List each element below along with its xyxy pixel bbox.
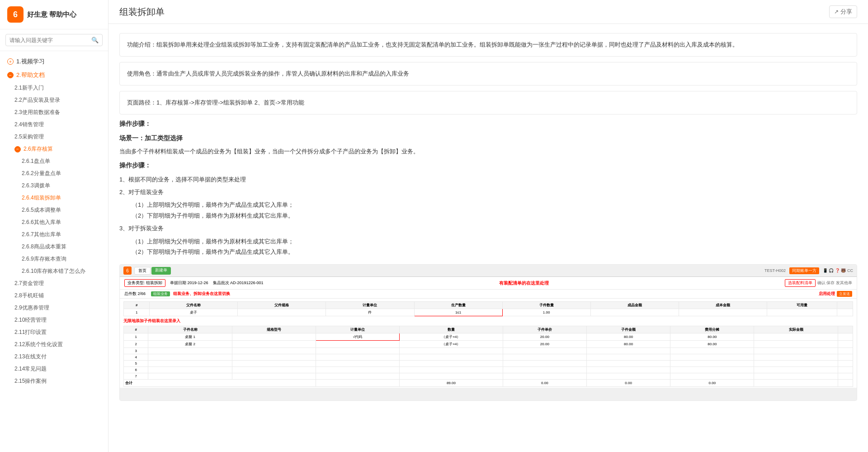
sidebar-item-assembly[interactable]: 2.6.4组装拆卸单 xyxy=(0,192,108,204)
table-row: 4 xyxy=(124,354,853,361)
sidebar-item-prepare[interactable]: 2.3使用前数据准备 xyxy=(0,106,108,119)
mini-col-action-top xyxy=(837,302,853,309)
mini-form-header: 业务类型: 组装拆卸 单据日期 2019-12-26 集品批次 AD-20191… xyxy=(120,277,857,290)
mini-enable-area: 启用处理 立发送 xyxy=(236,291,852,297)
mini-bcol-name: 子件名称 xyxy=(148,326,232,333)
mini-footer-label: 合计 xyxy=(124,380,316,387)
top-bar: 组装拆卸单 ↗ 分享 xyxy=(108,0,868,24)
mini-top-table: # 父件名称 父件规格 计量单位 生产数量 子件数量 成品金额 成本金额 可用量 xyxy=(123,301,853,316)
table-row: 7 xyxy=(124,373,853,380)
scene1-step2: 2、对于组装业务 xyxy=(119,187,857,197)
sidebar-item-inventory[interactable]: − 2.6库存核算 xyxy=(0,143,108,155)
mini-testcode: TEST-H002 xyxy=(764,268,786,273)
mini-tab-home: 首页 xyxy=(134,267,151,275)
share-button[interactable]: ↗ 分享 xyxy=(829,5,857,18)
sidebar-item-cases[interactable]: 2.15操作案例 xyxy=(0,375,108,387)
sidebar-item-print[interactable]: 2.11打印设置 xyxy=(0,326,108,338)
inventory-collapse-icon: − xyxy=(14,146,21,152)
scene1-title: 场景一：加工类型选择 xyxy=(119,134,857,143)
sidebar-item-otherout[interactable]: 2.6.7其他出库单 xyxy=(0,228,108,241)
sidebar-item-stocktake[interactable]: 2.6.1盘点单 xyxy=(0,155,108,167)
scene1-sub2-1: （1）上部明细为父件明细，最终作为产成品生成其它入库单； xyxy=(132,200,857,210)
sidebar-item-install[interactable]: 2.2产品安装及登录 xyxy=(0,94,108,106)
nav-tree: + 1.视频学习 − 2.帮助文档 2.1新手入门 2.2产品安装及登录 2.3… xyxy=(0,51,108,452)
sidebar-item-settings[interactable]: 2.12系统个性化设置 xyxy=(0,338,108,351)
mini-col-child-qty: 子件数量 xyxy=(502,302,590,309)
annot-switch: 组装业务、拆卸业务在这里切换 xyxy=(173,291,230,296)
annot-bottom: 无限地添加子件组装在这里录入 xyxy=(123,318,853,324)
logo-text: 好生意 帮助中心 xyxy=(27,10,76,19)
table-row: 1 桌子 件 1≤1 1.00 xyxy=(124,309,853,316)
mini-icons: 📱 🎧 ❓ 🐻 CC xyxy=(823,268,853,273)
sidebar-item-otherin[interactable]: 2.6.6其他入库单 xyxy=(0,216,108,228)
mini-bcol-qty: 数量 xyxy=(400,326,503,333)
logo-area: 6 好生意 帮助中心 xyxy=(0,0,108,29)
table-row: 6 xyxy=(124,367,853,373)
sidebar-item-partial[interactable]: 2.6.2分量盘点单 xyxy=(0,167,108,180)
sidebar-item-biz[interactable]: 2.10经营管理 xyxy=(0,314,108,326)
mini-extra-btns: 确认 保存 发其他单 xyxy=(817,280,852,286)
sidebar-item-stockerror[interactable]: 2.6.10库存账本错了怎么办 xyxy=(0,265,108,277)
table-footer-row: 合计 89.00 0.00 0.00 0.00 xyxy=(124,380,853,387)
role-text: 使用角色：通常由生产人员或库管人员完成拆装业务的操作，库管人员确认原材料的出库和… xyxy=(127,70,409,77)
mini-bcol-num: # xyxy=(124,326,148,333)
mini-bcol-spec: 规格型号 xyxy=(232,326,316,333)
sidebar-item-videos[interactable]: + 1.视频学习 xyxy=(0,55,108,68)
mini-enable-btn: 立发送 xyxy=(837,291,852,297)
search-box[interactable]: 🔍 xyxy=(5,34,103,46)
intro-text: 功能介绍：组装拆卸单用来处理企业组装或拆卸等加工业务，支持有固定装配清单的产品加… xyxy=(127,41,738,48)
mini-col-parent-spec: 父件规格 xyxy=(238,302,326,309)
mini-cell-prod-amt xyxy=(590,309,679,316)
mini-btn-period: 同期账单一方 xyxy=(789,267,819,274)
sidebar-item-docs-label: 2.帮助文档 xyxy=(16,71,45,79)
steps-label: 操作步骤： xyxy=(119,120,857,128)
search-icon[interactable]: 🔍 xyxy=(91,37,99,43)
mini-bcol-alloc: 费用分摊 xyxy=(670,326,754,333)
scene1-desc: 当由多个子件材料组装成一个成品的业务为【组装】业务，当由一个父件拆分成多个子产品… xyxy=(119,146,857,157)
mini-col-cost-amt: 成本金额 xyxy=(679,302,767,309)
mini-cell-cost-amt xyxy=(679,309,767,316)
mini-date-field: 单据日期 2019-12-26 xyxy=(170,280,208,286)
screenshot-container: 6 首页 新建单 TEST-H002 同期账单一方 📱 🎧 ❓ 🐻 CC xyxy=(119,264,857,401)
mini-top-table-area: # 父件名称 父件规格 计量单位 生产数量 子件数量 成品金额 成本金额 可用量 xyxy=(120,299,857,317)
sidebar-item-adjust[interactable]: 2.6.3调拨单 xyxy=(0,180,108,192)
sidebar-item-payment[interactable]: 2.13在线支付 xyxy=(0,351,108,363)
search-area: 🔍 xyxy=(0,29,108,51)
mini-col-parent-name: 父件名称 xyxy=(150,302,238,309)
sidebar-item-purchase[interactable]: 2.5采购管理 xyxy=(0,131,108,143)
sidebar-item-coupon[interactable]: 2.9优惠券管理 xyxy=(0,302,108,314)
share-label: 分享 xyxy=(840,8,852,16)
mini-cell-num: 1 xyxy=(124,309,150,316)
role-block: 使用角色：通常由生产人员或库管人员完成拆装业务的操作，库管人员确认原材料的出库和… xyxy=(119,62,857,86)
mini-logo-icon: 6 xyxy=(123,266,132,275)
mini-tab-new: 新建单 xyxy=(151,267,171,275)
mini-bcol-amt: 子件金额 xyxy=(586,326,670,333)
sidebar-item-costadjust[interactable]: 2.6.5成本调整单 xyxy=(0,204,108,216)
sidebar-item-faq[interactable]: 2.14常见问题 xyxy=(0,363,108,375)
search-input[interactable] xyxy=(9,37,91,43)
mini-col-num: # xyxy=(124,302,150,309)
mini-count-label: 总件数 2/66 xyxy=(124,291,146,297)
sidebar-item-cashflow[interactable]: 2.7资金管理 xyxy=(0,277,108,290)
table-row: 1 桌腿 1 √代码 （桌子×4） 20.00 80.00 80.00 xyxy=(124,333,853,341)
mini-count-field: 总件数 2/66 xyxy=(124,291,146,297)
annot-top-right: 有装配清单的在这里处理 xyxy=(268,280,780,286)
sidebar-item-mobile[interactable]: 2.8手机旺铺 xyxy=(0,290,108,302)
mini-cell-child-qty: 1.00 xyxy=(502,309,590,316)
sidebar-item-costrecalc[interactable]: 2.6.8商品成本重算 xyxy=(0,241,108,253)
sidebar-item-sales[interactable]: 2.4销售管理 xyxy=(0,119,108,131)
page-title: 组装拆卸单 xyxy=(119,6,165,18)
sidebar-item-newbie[interactable]: 2.1新手入门 xyxy=(0,82,108,94)
mini-cell-unit: 件 xyxy=(326,309,414,316)
mini-right-actions: 选装配料清单 确认 保存 发其他单 xyxy=(785,279,852,287)
collapse-icon: − xyxy=(7,72,14,78)
mini-bcol-actual: 实际金额 xyxy=(754,326,838,333)
annot-enable: 启用处理 xyxy=(819,291,835,297)
mini-bcol-unit: 计量单位 xyxy=(316,326,399,333)
sidebar-item-stockcheck[interactable]: 2.6.9库存账本查询 xyxy=(0,253,108,265)
mini-bottom-table: # 子件名称 规格型号 计量单位 数量 子件单价 子件金额 费用分摊 实际金额 xyxy=(123,326,853,387)
sidebar-item-docs[interactable]: − 2.帮助文档 xyxy=(0,68,108,82)
mini-cell-qty: 1≤1 xyxy=(414,309,502,316)
scene1-sub3-2: （2）下部明细为子件明细，最终作为产成品生成其它入库单。 xyxy=(132,247,857,257)
mini-cell-available xyxy=(767,309,837,316)
